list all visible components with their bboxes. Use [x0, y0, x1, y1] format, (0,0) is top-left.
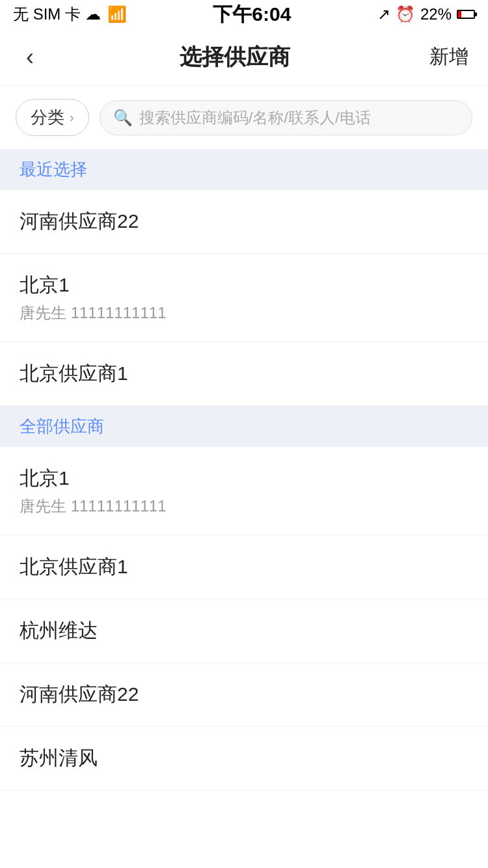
add-button[interactable]: 新增: [429, 44, 468, 70]
search-placeholder: 搜索供应商编码/名称/联系人/电话: [139, 107, 371, 128]
list-item[interactable]: 杭州维达: [0, 599, 488, 663]
item-name: 北京供应商1: [20, 554, 468, 580]
all-section-label: 全部供应商: [20, 416, 104, 436]
list-item[interactable]: 北京供应商1: [0, 342, 488, 406]
location-icon: ↗: [377, 5, 390, 23]
item-name: 苏州清风: [20, 745, 468, 772]
status-bar: 无 SIM 卡 ☁ 📶 下午6:04 ↗ ⏰ 22%: [0, 0, 488, 29]
all-section-header: 全部供应商: [0, 406, 488, 447]
recent-section-label: 最近选择: [20, 159, 87, 179]
search-box[interactable]: 🔍 搜索供应商编码/名称/联系人/电话: [100, 100, 472, 135]
list-item[interactable]: 河南供应商22: [0, 663, 488, 727]
list-item[interactable]: 北京供应商1: [0, 536, 488, 599]
list-item[interactable]: 河南供应商22: [0, 190, 488, 254]
all-list: 北京1 唐先生 11111111111 北京供应商1 杭州维达 河南供应商22 …: [0, 447, 488, 791]
category-button[interactable]: 分类 ›: [16, 99, 89, 136]
sim-label: 无 SIM 卡 ☁: [13, 4, 101, 25]
item-name: 河南供应商22: [20, 681, 468, 708]
recent-section-header: 最近选择: [0, 149, 488, 190]
alarm-icon: ⏰: [396, 5, 415, 23]
status-left: 无 SIM 卡 ☁ 📶: [13, 4, 127, 25]
item-name: 北京1: [20, 465, 468, 492]
back-button[interactable]: ‹: [20, 37, 40, 77]
page-title: 选择供应商: [180, 42, 290, 72]
battery-label: 22%: [420, 5, 452, 23]
search-icon: 🔍: [113, 109, 133, 127]
list-item[interactable]: 北京1 唐先生 11111111111: [0, 447, 488, 536]
list-item[interactable]: 北京1 唐先生 11111111111: [0, 254, 488, 342]
battery-icon: [457, 10, 475, 19]
category-label: 分类: [31, 106, 64, 129]
item-name: 杭州维达: [20, 617, 468, 644]
item-detail: 唐先生 11111111111: [20, 303, 468, 323]
filter-row: 分类 › 🔍 搜索供应商编码/名称/联系人/电话: [0, 86, 488, 149]
status-time: 下午6:04: [213, 1, 291, 28]
list-item[interactable]: 苏州清风: [0, 727, 488, 791]
status-right: ↗ ⏰ 22%: [377, 5, 475, 23]
chevron-right-icon: ›: [70, 110, 74, 125]
recent-list: 河南供应商22 北京1 唐先生 11111111111 北京供应商1: [0, 190, 488, 406]
item-detail: 唐先生 11111111111: [20, 496, 468, 517]
nav-bar: ‹ 选择供应商 新增: [0, 29, 488, 86]
item-name: 河南供应商22: [20, 208, 468, 235]
wifi-icon: 📶: [107, 5, 127, 23]
item-name: 北京供应商1: [20, 360, 468, 387]
item-name: 北京1: [20, 272, 468, 299]
